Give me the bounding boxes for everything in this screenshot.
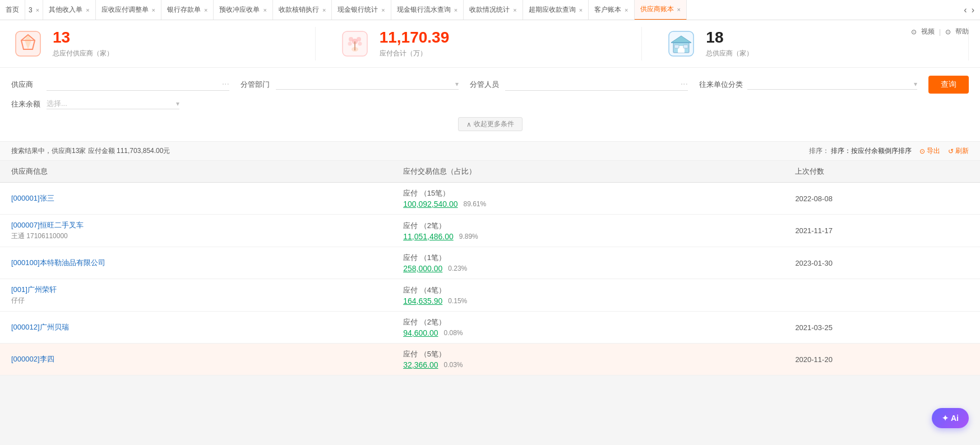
table-header: 供应商信息 应付交易信息（占比） 上次付数 (0, 161, 980, 183)
cell-supplier-4: [000012]广州贝瑞 (0, 312, 392, 344)
refresh-button[interactable]: ↺ 刷新 (948, 146, 969, 156)
close-tab-3[interactable]: × (36, 7, 39, 13)
nav-scroll-arrows: ‹ › (958, 5, 980, 15)
stat-payable-amount-info: 11,170.39 应付合计（万） (380, 29, 450, 58)
top-right-links: ⊙ 视频 | ⊙ 帮助 (911, 27, 969, 36)
tx-bottom-1: 11,051,486.009.89% (403, 232, 773, 241)
search-label-balance: 往来余额 (11, 99, 42, 109)
dots-icon-person[interactable]: ··· (681, 79, 688, 89)
search-input-category[interactable] (747, 80, 912, 88)
tx-top-3: 应付 （4笔） (403, 285, 773, 295)
dropdown-icon-dept[interactable]: ▾ (455, 80, 459, 88)
close-tab-bank-deposit[interactable]: × (204, 7, 207, 13)
search-input-wrap-dept: ▾ (276, 80, 459, 90)
amount-link-2[interactable]: 258,000.00 (403, 264, 442, 273)
nav-tab-customer-ledger[interactable]: 客户账本 × (589, 0, 634, 20)
nav-tab-overdue-ar[interactable]: 超期应收款查询 × (523, 0, 589, 20)
nav-tab-cash-stat-label: 现金银行统计 (338, 5, 378, 15)
video-link[interactable]: 视频 (921, 27, 935, 36)
tx-label-5: 应付 (403, 350, 420, 358)
table-row: [000007]恒旺二手叉车王通 17106110000应付 （2笔）11,05… (0, 215, 980, 247)
tx-top-4: 应付 （2笔） (403, 317, 773, 327)
amount-link-1[interactable]: 11,051,486.00 (403, 232, 454, 241)
export-label: 导出 (927, 146, 940, 156)
cell-supplier-1: [000007]恒旺二手叉车王通 17106110000 (0, 215, 392, 247)
table-row: [001]广州荣轩仔仔应付 （4笔）164,635.900.15% (0, 279, 980, 312)
nav-arrow-left[interactable]: ‹ (961, 5, 969, 15)
nav-tab-home[interactable]: 首页 (0, 0, 25, 20)
supplier-link-0[interactable]: [000001]张三 (11, 194, 54, 202)
close-tab-receipt-verify[interactable]: × (322, 7, 326, 13)
pct-0: 89.61% (458, 200, 487, 208)
dropdown-icon-category[interactable]: ▾ (914, 80, 917, 88)
supplier-link-2[interactable]: [000100]本特勒油品有限公司 (11, 258, 105, 267)
nav-tab-other-income[interactable]: 其他收入单 × (43, 0, 95, 20)
close-tab-supplier-ledger[interactable]: × (677, 6, 681, 13)
col-header-tx: 应付交易信息（占比） (392, 161, 784, 183)
refresh-icon: ↺ (948, 147, 954, 155)
search-input-supplier[interactable] (47, 80, 220, 88)
cell-supplier-3: [001]广州荣轩仔仔 (0, 279, 392, 312)
pct-5: 0.03% (438, 361, 463, 369)
cell-last-pay-1: 2021-11-17 (784, 215, 980, 247)
nav-tab-advance-ar[interactable]: 预收冲应收单 × (214, 0, 272, 20)
search-label-dept: 分管部门 (241, 80, 271, 90)
flower-shop-icon (338, 27, 372, 61)
tx-count-0: （15笔） (420, 189, 450, 197)
nav-tab-receipt-verify[interactable]: 收款核销执行 × (273, 0, 332, 20)
close-tab-ar-ap-adjust[interactable]: × (152, 7, 155, 13)
search-area: 供应商 ··· 分管部门 ▾ 分管人员 ··· 往来单位分类 (0, 68, 980, 142)
nav-tab-receipt-stat-label: 收款情况统计 (469, 5, 510, 15)
nav-tab-home-label: 首页 (6, 5, 19, 15)
nav-arrow-right[interactable]: › (969, 5, 977, 15)
stats-bar: 13 总应付供应商（家） 11,170.39 应付合计（万） (0, 20, 980, 68)
supplier-link-3[interactable]: [001]广州荣轩 (11, 285, 57, 294)
supplier-link-1[interactable]: [000007]恒旺二手叉车 (11, 221, 84, 229)
close-tab-overdue-ar[interactable]: × (579, 7, 583, 13)
tx-count-4: （2笔） (420, 318, 446, 326)
nav-tab-cash-stat[interactable]: 现金银行统计 × (332, 0, 391, 20)
nav-tab-other-income-label: 其他收入单 (49, 5, 82, 15)
collapse-button[interactable]: ∧ 收起更多条件 (458, 117, 523, 131)
search-row-1: 供应商 ··· 分管部门 ▾ 分管人员 ··· 往来单位分类 (11, 76, 969, 94)
tx-count-2: （1笔） (420, 253, 446, 262)
nav-tab-ar-ap-adjust[interactable]: 应收应付调整单 × (96, 0, 161, 20)
close-tab-advance-ar[interactable]: × (263, 7, 266, 13)
close-tab-other-income[interactable]: × (86, 7, 89, 13)
collapse-button-label: 收起更多条件 (474, 119, 514, 129)
nav-tab-supplier-ledger[interactable]: 供应商账本 × (635, 0, 687, 20)
search-input-balance[interactable] (47, 99, 174, 108)
svg-point-9 (358, 42, 362, 46)
export-button[interactable]: ⊙ 导出 (919, 146, 940, 156)
supplier-link-4[interactable]: [000012]广州贝瑞 (11, 323, 69, 331)
cell-tx-2: 应付 （1笔）258,000.000.23% (392, 247, 784, 279)
search-input-person[interactable] (505, 80, 678, 88)
amount-link-5[interactable]: 32,366.00 (403, 360, 438, 369)
nav-tab-cash-flow[interactable]: 现金银行流水查询 × (391, 0, 464, 20)
dropdown-icon-balance[interactable]: ▾ (176, 100, 179, 108)
diamond-shop-icon (11, 27, 45, 61)
close-tab-customer-ledger[interactable]: × (625, 7, 628, 13)
col-header-supplier: 供应商信息 (0, 161, 392, 183)
nav-tab-receipt-stat[interactable]: 收款情况统计 × (464, 0, 523, 20)
close-tab-cash-stat[interactable]: × (381, 7, 385, 13)
amount-link-3[interactable]: 164,635.90 (403, 296, 442, 305)
cell-tx-5: 应付 （5笔）32,366.000.03% (392, 344, 784, 376)
supplier-link-5[interactable]: [000002]李四 (11, 355, 54, 363)
search-field-supplier: 供应商 ··· (11, 79, 229, 91)
query-button[interactable]: 查询 (928, 76, 969, 94)
search-input-dept[interactable] (276, 80, 453, 88)
amount-link-0[interactable]: 100,092,540.00 (403, 200, 457, 208)
close-tab-cash-flow[interactable]: × (454, 7, 457, 13)
close-tab-receipt-stat[interactable]: × (513, 7, 516, 13)
sort-value[interactable]: 排序：按应付余额倒序排序 (831, 147, 912, 155)
help-link[interactable]: 帮助 (955, 27, 969, 36)
tx-count-1: （2笔） (420, 221, 446, 230)
nav-tab-3[interactable]: 3 × (25, 0, 43, 20)
export-icon: ⊙ (919, 147, 925, 155)
nav-tab-bank-deposit[interactable]: 银行存款单 × (161, 0, 214, 20)
search-field-person: 分管人员 ··· (470, 79, 688, 91)
dots-icon-supplier[interactable]: ··· (222, 79, 229, 89)
amount-link-4[interactable]: 94,600.00 (403, 328, 438, 337)
tx-label-2: 应付 (403, 253, 420, 262)
